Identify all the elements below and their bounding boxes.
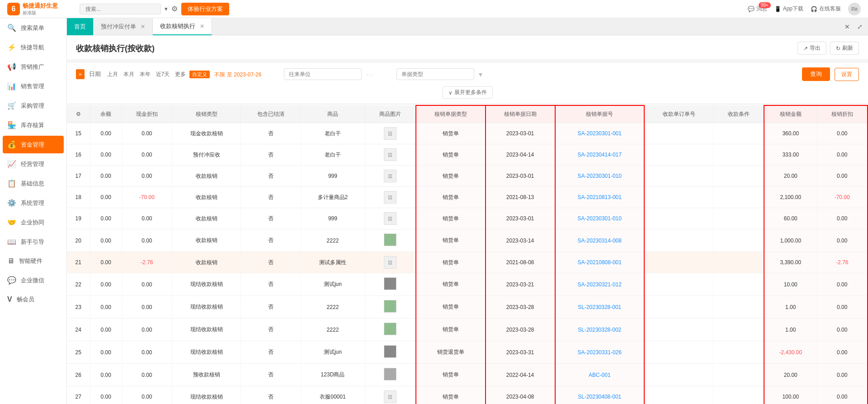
cell-verify-bill-no: SA-20230331-026 xyxy=(555,341,644,364)
sidebar-item-base-info[interactable]: 📋 基础信息 xyxy=(0,174,66,193)
bill-no-link[interactable]: SA-20230301-010 xyxy=(578,173,622,179)
service-icon: 🎧 xyxy=(811,6,817,12)
tab-prepayment[interactable]: 预付冲应付单 ✕ xyxy=(94,18,153,35)
app-name: 畅捷通好生意 xyxy=(23,2,58,10)
cell-product: 测试多属性 xyxy=(300,252,365,273)
bill-no-link[interactable]: ABC-001 xyxy=(589,372,611,378)
date-custom-button[interactable]: 自定义 xyxy=(189,71,210,78)
cell-verify-bill-date: 2023-03-01 xyxy=(486,123,555,144)
bill-no-link[interactable]: SL-20230328-001 xyxy=(578,304,621,310)
verify-tab-close-icon[interactable]: ✕ xyxy=(200,23,204,29)
bill-type-filter-input[interactable] xyxy=(396,68,474,80)
top-search-input[interactable] xyxy=(80,4,161,14)
sidebar-item-guide[interactable]: 📖 新手引导 xyxy=(0,232,66,252)
cell-receipt-order-no xyxy=(644,144,713,166)
guide-icon: 📖 xyxy=(7,238,16,246)
base-info-icon: 📋 xyxy=(7,179,16,188)
cell-balance: 0.00 xyxy=(90,187,122,208)
cell-product-img xyxy=(365,229,416,252)
cell-include-settled: 否 xyxy=(241,252,301,273)
sidebar-item-search[interactable]: 🔍 搜索菜单 xyxy=(0,18,66,38)
column-settings-icon[interactable]: ⚙ xyxy=(76,111,81,117)
top-bar-center: ▾ ⚙ 体验行业方案 xyxy=(80,3,742,15)
bill-no-link[interactable]: SA-20230314-008 xyxy=(578,238,622,244)
sidebar-item-finance[interactable]: 💰 资金管理 xyxy=(3,136,64,153)
filter-expand-button[interactable]: » xyxy=(76,69,85,79)
col-verify-bill-type-header: 核销单据类型 xyxy=(416,105,486,123)
sidebar-item-collab[interactable]: 🤝 企业协同 xyxy=(0,213,66,232)
sidebar-item-wechat[interactable]: 💬 企业微信 xyxy=(0,271,66,290)
cell-receipt-condition xyxy=(713,208,764,229)
export-button[interactable]: ↗ 导出 xyxy=(797,42,826,55)
table-row: 17 0.00 0.00 收款核销 否 999 🖼 销货单 2023-03-01… xyxy=(67,166,868,187)
date-option-this-month[interactable]: 本月 xyxy=(122,70,136,79)
sidebar-item-purchase[interactable]: 🛒 采购管理 xyxy=(0,96,66,115)
sidebar-label-marketing: 营销推广 xyxy=(21,63,44,71)
online-service-button[interactable]: 🎧 在线客服 xyxy=(811,5,841,13)
sidebar-item-marketing[interactable]: 📢 营销推广 xyxy=(0,57,66,76)
refresh-button[interactable]: ↻ 刷新 xyxy=(830,42,859,55)
bill-no-link[interactable]: SA-20230414-017 xyxy=(578,152,622,158)
table-scroll-area[interactable]: ⚙ 余额 现金折扣 核销类型 包含已结清 商品 商品图片 核销单据类型 核销单据… xyxy=(67,105,868,404)
page-title: 收款核销执行(按收款) xyxy=(76,43,155,54)
cell-verify-amount: 20.00 xyxy=(764,166,817,187)
bill-no-link[interactable]: SL-20230328-002 xyxy=(578,327,621,333)
quick-nav-icon: ⚡ xyxy=(7,43,16,52)
data-table: ⚙ 余额 现金折扣 核销类型 包含已结清 商品 商品图片 核销单据类型 核销单据… xyxy=(67,105,868,404)
sidebar-item-hardware[interactable]: 🖥 智能硬件 xyxy=(0,252,66,271)
app-version: 标准版 xyxy=(23,10,58,16)
col-gear-header[interactable]: ⚙ xyxy=(67,105,90,123)
tab-home[interactable]: 首页 xyxy=(67,18,94,35)
message-button[interactable]: 💬 消息 99+ xyxy=(748,5,767,13)
bill-no-link[interactable]: SA-20230301-010 xyxy=(578,215,622,222)
maximize-icon[interactable]: ⤢ xyxy=(855,21,864,32)
marketing-icon: 📢 xyxy=(7,62,16,71)
cell-verify-amount: 2,100.00 xyxy=(764,187,817,208)
table-row: 18 0.00 -70.00 收款核销 否 多计量商品2 🖼 销货单 2021-… xyxy=(67,187,868,208)
cell-verify-amount: 10.00 xyxy=(764,273,817,296)
bill-type-dropdown-icon[interactable]: ▾ xyxy=(479,70,482,79)
cell-balance: 0.00 xyxy=(90,252,122,273)
cell-product-img: 🖼 xyxy=(365,386,416,404)
bill-no-link[interactable]: SA-20230321-012 xyxy=(578,281,622,288)
bill-no-link[interactable]: SA-20210808-001 xyxy=(578,259,622,266)
date-option-last-month[interactable]: 上月 xyxy=(105,70,120,79)
settings-gear-icon[interactable]: ⚙ xyxy=(171,5,178,13)
expand-more-conditions-button[interactable]: ∨ 展开更多条件 xyxy=(443,86,493,99)
query-button[interactable]: 查询 xyxy=(802,67,830,81)
sidebar: 🔍 搜索菜单 ⚡ 快捷导航 📢 营销推广 📊 销售管理 🛒 采购管理 🏪 库存核… xyxy=(0,18,67,404)
table-header: ⚙ 余额 现金折扣 核销类型 包含已结清 商品 商品图片 核销单据类型 核销单据… xyxy=(67,105,868,123)
sidebar-item-business[interactable]: 📈 经营管理 xyxy=(0,154,66,174)
bill-no-link[interactable]: SA-20210813-001 xyxy=(578,194,622,200)
date-option-more[interactable]: 更多 xyxy=(173,70,188,79)
user-avatar[interactable]: Rit xyxy=(848,3,861,15)
app-download-button[interactable]: 📱 App下载 xyxy=(774,5,803,13)
tab-bar-actions: ✕ ⤢ xyxy=(843,21,868,32)
industry-solution-button[interactable]: 体验行业方案 xyxy=(181,3,229,15)
date-option-7days[interactable]: 近7天 xyxy=(154,70,172,79)
sidebar-item-quick-nav[interactable]: ⚡ 快捷导航 xyxy=(0,38,66,57)
bill-no-link[interactable]: SL-20230408-001 xyxy=(578,394,621,400)
close-window-icon[interactable]: ✕ xyxy=(843,21,852,32)
cell-verify-bill-no: SL-20230408-001 xyxy=(555,386,644,404)
date-option-this-year[interactable]: 本年 xyxy=(138,70,152,79)
dropdown-chevron-icon[interactable]: ▾ xyxy=(165,5,168,12)
settings-button[interactable]: 设置 xyxy=(835,68,859,81)
message-icon: 💬 xyxy=(748,6,755,12)
bill-no-link[interactable]: SA-20230301-001 xyxy=(578,130,622,137)
bill-no-link[interactable]: SA-20230331-026 xyxy=(578,349,622,356)
main-layout: 🔍 搜索菜单 ⚡ 快捷导航 📢 营销推广 📊 销售管理 🛒 采购管理 🏪 库存核… xyxy=(0,18,868,404)
cell-id: 22 xyxy=(67,273,90,296)
cell-verify-amount: 60.00 xyxy=(764,208,817,229)
prepayment-tab-close-icon[interactable]: ✕ xyxy=(141,24,145,30)
sidebar-item-system[interactable]: ⚙️ 系统管理 xyxy=(0,193,66,213)
cell-receipt-order-no xyxy=(644,208,713,229)
partner-filter-input[interactable] xyxy=(284,68,362,80)
sidebar-item-inventory[interactable]: 🏪 库存核算 xyxy=(0,115,66,135)
cell-verify-bill-no: SA-20230321-012 xyxy=(555,273,644,296)
sidebar-label-finance: 资金管理 xyxy=(21,141,44,149)
sidebar-item-sales[interactable]: 📊 销售管理 xyxy=(0,76,66,96)
tab-verify[interactable]: 收款核销执行 ✕ xyxy=(153,18,212,35)
sidebar-item-member[interactable]: V 畅会员 xyxy=(0,290,66,309)
cell-cash-discount: -70.00 xyxy=(122,187,172,208)
